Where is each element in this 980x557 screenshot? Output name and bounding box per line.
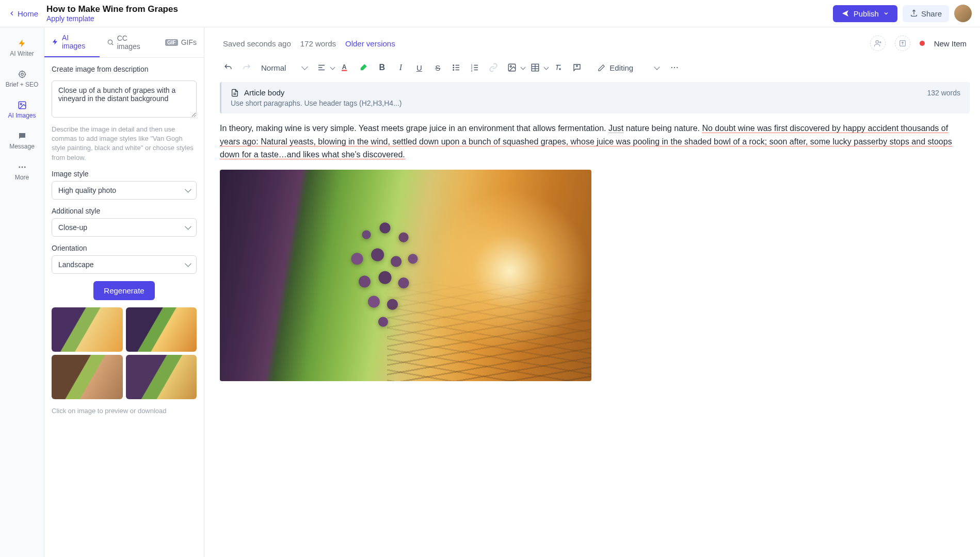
more-icon [18,162,27,172]
export-icon[interactable] [895,36,910,51]
article-word-count: 132 words [927,89,960,97]
more-button[interactable] [666,59,683,76]
underline-button[interactable]: U [411,59,427,76]
image-thumb[interactable] [52,307,123,352]
format-select[interactable]: Normal [257,61,311,74]
bold-button[interactable]: B [374,59,390,76]
desc-hint: Describe the image in detail and then us… [52,125,197,162]
svg-point-14 [876,41,878,43]
title-block: How to Make Wine from Grapes Apply templ… [46,4,825,23]
svg-point-1 [19,71,25,77]
redo-button[interactable] [238,59,255,76]
additional-style-select[interactable]: Close-up [52,218,197,237]
align-button[interactable] [313,59,330,76]
tab-label: CC images [117,34,151,51]
bullet-list-button[interactable] [448,59,464,76]
back-home-link[interactable]: Home [8,9,38,18]
bolt-icon [52,38,59,45]
image-thumb[interactable] [52,355,123,399]
rail-more[interactable]: More [0,157,44,186]
strikethrough-button[interactable]: S [429,59,446,76]
article-hint: Use short paragraphs. Use header tags (H… [231,99,960,107]
article-text: nature being nature. [623,124,702,133]
editor-area: Saved seconds ago 172 words Older versio… [204,27,980,557]
article-content[interactable]: In theory, making wine is very simple. Y… [220,122,970,381]
search-icon [107,39,114,46]
rail-label: Brief + SEO [6,81,39,88]
tab-label: GIFs [181,38,197,46]
regenerate-button[interactable]: Regenerate [93,281,154,300]
apply-template-link[interactable]: Apply template [46,14,825,23]
svg-point-8 [20,103,22,105]
pencil-icon [598,64,605,72]
article-text: In theory, making wine is very simple. Y… [220,124,608,133]
orient-label: Orientation [52,244,197,252]
image-thumb[interactable] [126,355,197,399]
rail-label: AI Images [8,112,36,119]
panel-tabs: AI images CC images GIF GIFs [44,27,204,58]
article-body-title: Article body [244,88,284,97]
status-label[interactable]: New Item [934,39,967,48]
editing-mode-select[interactable]: Editing [592,61,664,74]
left-rail: AI Writer Brief + SEO AI Images Message … [0,27,44,557]
svg-point-45 [674,67,675,68]
orientation-select[interactable]: Landscape [52,255,197,274]
document-icon [231,89,239,97]
page-title: How to Make Wine from Grapes [46,4,825,14]
svg-text:A: A [342,63,347,71]
svg-text:3: 3 [471,69,473,72]
image-insert-button[interactable] [504,59,520,76]
chevron-down-icon[interactable] [330,63,334,72]
svg-point-24 [453,65,454,66]
chat-icon [18,132,27,141]
table-button[interactable] [527,59,543,76]
article-text-flagged: Just [608,124,623,133]
svg-point-26 [453,70,454,71]
saved-status: Saved seconds ago [223,39,291,48]
svg-point-44 [671,67,672,68]
share-button[interactable]: Share [903,5,949,22]
generated-thumbs [52,307,197,399]
rail-ai-images[interactable]: AI Images [0,95,44,124]
tab-ai-images[interactable]: AI images [44,27,100,57]
article-body-header: Article body 132 words Use short paragra… [220,82,970,113]
chevron-left-icon [8,10,15,17]
image-style-select[interactable]: High quality photo [52,181,197,200]
editor-meta: Saved seconds ago 172 words Older versio… [220,27,970,56]
tab-label: AI images [62,34,92,50]
desc-label: Create image from description [52,65,197,73]
rail-label: More [15,174,29,181]
link-button[interactable] [485,59,502,76]
add-user-icon[interactable] [870,36,886,51]
older-versions-link[interactable]: Older versions [345,39,395,48]
chevron-down-icon[interactable] [543,63,548,72]
clear-format-button[interactable] [550,59,567,76]
bolt-icon [18,39,27,48]
text-color-button[interactable]: A [336,59,353,76]
italic-button[interactable]: I [392,59,409,76]
svg-point-10 [21,167,23,168]
rail-brief-seo[interactable]: Brief + SEO [0,64,44,93]
image-icon [18,101,27,110]
highlight-button[interactable] [355,59,372,76]
rail-message[interactable]: Message [0,126,44,155]
undo-button[interactable] [220,59,236,76]
editor-toolbar: Normal A B I U S 123 [220,56,970,82]
comment-button[interactable] [569,59,585,76]
tab-gifs[interactable]: GIF GIFs [158,27,204,57]
thumbs-hint: Click on image to preview or download [52,406,197,416]
article-image[interactable] [220,170,591,381]
editing-label: Editing [609,63,633,72]
tab-cc-images[interactable]: CC images [100,27,158,57]
image-thumb[interactable] [126,307,197,352]
image-description-input[interactable]: Close up of a bunch of grapes with a vin… [52,80,197,118]
svg-line-13 [111,43,113,45]
rail-ai-writer[interactable]: AI Writer [0,34,44,62]
svg-point-12 [108,40,112,44]
user-avatar[interactable] [954,5,972,22]
app-header: Home How to Make Wine from Grapes Apply … [0,0,980,27]
publish-button[interactable]: Publish [833,5,897,22]
chevron-down-icon[interactable] [520,63,525,72]
numbered-list-button[interactable]: 123 [467,59,483,76]
style-label: Image style [52,170,197,178]
